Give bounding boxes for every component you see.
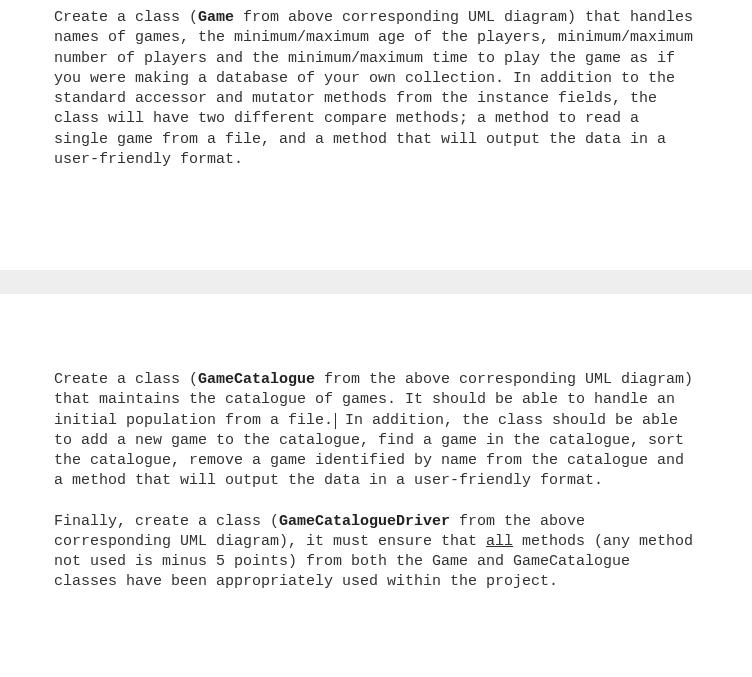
text: Create a class ( <box>54 371 198 388</box>
text: Create a class ( <box>54 9 198 26</box>
document-section-top: Create a class (Game from above correspo… <box>0 0 752 270</box>
paragraph-gamecatalogue-class: Create a class (GameCatalogue from the a… <box>54 370 698 492</box>
underlined-word-all: all <box>486 533 513 550</box>
paragraph-gamecataloguedriver-class: Finally, create a class (GameCatalogueDr… <box>54 512 698 593</box>
bold-class-name-gamecatalogue: GameCatalogue <box>198 371 315 388</box>
bold-class-name-gamecataloguedriver: GameCatalogueDriver <box>279 513 450 530</box>
text: from above corresponding UML diagram) th… <box>54 9 693 168</box>
section-divider <box>0 270 752 294</box>
text: Finally, create a class ( <box>54 513 279 530</box>
paragraph-game-class: Create a class (Game from above correspo… <box>54 8 698 170</box>
bold-class-name-game: Game <box>198 9 234 26</box>
document-section-bottom: Create a class (GameCatalogue from the a… <box>0 294 752 611</box>
